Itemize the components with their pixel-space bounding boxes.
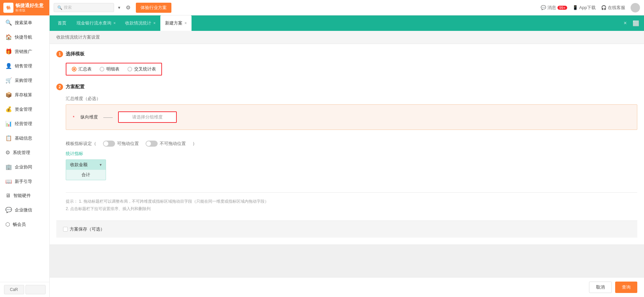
- save-plan-label: 方案保存（可选）: [70, 226, 105, 232]
- section-config: 2 方案配置 汇总维度（必选） * 纵向维度 ——: [56, 84, 637, 212]
- nav-label-sales: 销售管理: [15, 63, 32, 69]
- stat-card-header[interactable]: 收款金额 ▾: [66, 160, 106, 170]
- nav-label-search: 搜索菜单: [15, 20, 32, 26]
- support-icon: 🎧: [601, 5, 606, 10]
- sidebar-item-operations[interactable]: 📊经营管理: [0, 116, 49, 131]
- nav-label-inventory: 库存核算: [15, 92, 32, 98]
- window-maximize-btn[interactable]: ⬜: [632, 19, 640, 27]
- radio-cross-btn[interactable]: [127, 67, 132, 71]
- radio-detail-label: 明细表: [106, 66, 119, 72]
- tab-cashflow[interactable]: 现金银行流水查询 ×: [72, 15, 120, 31]
- section-template: 1 选择模板 汇总表 明细表: [56, 51, 637, 76]
- sidebar-item-wechat[interactable]: 💬企业微信: [0, 203, 49, 217]
- nav-label-member: 畅会员: [13, 221, 26, 228]
- logo-sub: 标准版: [15, 8, 44, 13]
- nav-label-operations: 经营管理: [15, 121, 32, 127]
- support-action[interactable]: 🎧 在线客服: [601, 5, 625, 11]
- download-action[interactable]: 📱 App下载: [573, 5, 596, 11]
- tab-new-plan-label: 新建方案: [165, 20, 182, 26]
- non-draggable-switch[interactable]: [146, 141, 158, 147]
- nav-label-wechat: 企业微信: [15, 207, 32, 213]
- stat-card-header-label: 收款金额: [70, 162, 88, 168]
- template-selector: 汇总表 明细表 交叉统计表: [66, 63, 162, 76]
- section2-header: 2 方案配置: [56, 84, 637, 90]
- tab-new-plan[interactable]: 新建方案 ×: [160, 15, 192, 31]
- dimension-selector[interactable]: 请选择分组维度: [118, 111, 177, 123]
- stat-group-label: 统计指标: [66, 151, 637, 157]
- query-button[interactable]: 查询: [615, 282, 637, 293]
- tab-cashflow-close[interactable]: ×: [113, 21, 116, 26]
- tab-new-plan-close[interactable]: ×: [184, 21, 187, 26]
- nav-icon-basic-info: 📋: [5, 135, 12, 141]
- sidebar-item-basic-info[interactable]: 📋基础信息: [0, 131, 49, 145]
- action-bar: 取消 查询: [50, 277, 644, 297]
- radio-summary-label: 汇总表: [78, 66, 92, 72]
- indicators-header: 模板指标设定（ 可拖动位置 不可拖动位置 ）: [66, 141, 637, 147]
- nav-icon-smart-hw: 🖥: [5, 193, 11, 199]
- topbar-dropdown-icon[interactable]: ▾: [118, 5, 120, 10]
- nav-icon-beginner: 📖: [5, 178, 12, 185]
- sidebar-item-enterprise[interactable]: 🏢企业协同: [0, 160, 49, 174]
- nav-label-finance: 资金管理: [15, 106, 32, 112]
- tabbar: 首页 现金银行流水查询 × 收款情况统计 × 新建方案 × × ⬜: [50, 15, 644, 31]
- sidebar-item-beginner[interactable]: 📖新手引导: [0, 174, 49, 189]
- tab-home[interactable]: 首页: [52, 20, 72, 26]
- nav-icon-sales: 👤: [5, 63, 12, 69]
- cancel-button[interactable]: 取消: [589, 282, 612, 293]
- nav-label-purchase: 采购管理: [15, 78, 32, 84]
- radio-cross[interactable]: 交叉统计表: [127, 66, 156, 72]
- sidebar-item-finance[interactable]: 💰资金管理: [0, 102, 49, 116]
- sidebar-item-search[interactable]: 🔍搜索菜单: [0, 15, 49, 30]
- breadcrumb: 收款情况统计方案设置: [56, 35, 100, 40]
- page-body: 1 选择模板 汇总表 明细表: [50, 44, 644, 244]
- tab-cashflow-label: 现金银行流水查询: [76, 20, 111, 26]
- message-action[interactable]: 💬 消息 99+: [541, 5, 567, 11]
- sidebar-item-smart-hw[interactable]: 🖥智能硬件: [0, 189, 49, 203]
- sidebar-item-system[interactable]: ⚙系统管理: [0, 145, 49, 160]
- indicators-label: 模板指标设定（: [66, 141, 96, 147]
- page-header: 收款情况统计方案设置: [50, 31, 644, 44]
- logo-icon: 畅: [3, 3, 13, 13]
- tip-line1: 提示： 1. 拖动标题栏可以调整布局，不可跨维度或指标区域拖动目字段（只能在同一…: [66, 198, 637, 205]
- sidebar-item-purchase[interactable]: 🛒采购管理: [0, 73, 49, 88]
- nav-label-marketing: 营销推广: [15, 49, 32, 55]
- topbar-gear-icon[interactable]: ⚙: [124, 3, 132, 12]
- dimension-placeholder: 请选择分组维度: [132, 114, 163, 119]
- nav-label-basic-info: 基础信息: [15, 135, 32, 141]
- tab-collection[interactable]: 收款情况统计 ×: [120, 15, 160, 31]
- tab-collection-close[interactable]: ×: [153, 21, 156, 26]
- sidebar-bottom-btn2[interactable]: [25, 285, 46, 294]
- sidebar-item-member[interactable]: ⬡畅会员: [0, 217, 49, 232]
- tip-line2: 2. 点击标题栏下拉可设置排序、插入列和删除列: [66, 205, 637, 213]
- nav-label-quick-nav: 快捷导航: [15, 34, 32, 40]
- save-plan-checkbox-label[interactable]: 方案保存（可选）: [63, 226, 105, 232]
- sidebar-logo: 畅 畅捷通好生意 标准版: [0, 0, 49, 15]
- save-plan-checkbox[interactable]: [63, 227, 68, 232]
- radio-detail[interactable]: 明细表: [100, 66, 119, 72]
- sidebar-bottom-btn1[interactable]: CaR: [4, 285, 24, 294]
- sidebar-item-quick-nav[interactable]: 🏠快捷导航: [0, 30, 49, 44]
- tips-section: 提示： 1. 拖动标题栏可以调整布局，不可跨维度或指标区域拖动目字段（只能在同一…: [66, 192, 637, 212]
- sidebar-item-sales[interactable]: 👤销售管理: [0, 59, 49, 73]
- sidebar-nav: 🔍搜索菜单🏠快捷导航🎁营销推广👤销售管理🛒采购管理📦库存核算💰资金管理📊经营管理…: [0, 15, 49, 282]
- draggable-switch[interactable]: [103, 141, 115, 147]
- topbar-search[interactable]: 🔍 搜索: [54, 3, 114, 12]
- radio-summary[interactable]: 汇总表: [72, 66, 92, 72]
- industry-btn[interactable]: 体验行业方案: [136, 3, 171, 13]
- tab-collection-label: 收款情况统计: [125, 20, 151, 26]
- download-label: App下载: [579, 5, 596, 11]
- sidebar-item-marketing[interactable]: 🎁营销推广: [0, 44, 49, 59]
- section1-title: 选择模板: [66, 51, 85, 57]
- radio-detail-btn[interactable]: [100, 67, 104, 71]
- user-avatar[interactable]: [631, 3, 640, 12]
- tabbar-actions: × ⬜: [621, 19, 644, 27]
- sidebar-item-inventory[interactable]: 📦库存核算: [0, 88, 49, 102]
- radio-summary-btn[interactable]: [72, 67, 76, 71]
- nav-icon-member: ⬡: [5, 221, 10, 228]
- content-area: 收款情况统计方案设置 1 选择模板 汇总表: [50, 31, 644, 277]
- draggable-toggle[interactable]: 可拖动位置: [103, 141, 139, 147]
- non-draggable-toggle[interactable]: 不可拖动位置: [146, 141, 186, 147]
- dimension-required-mark: *: [73, 115, 74, 120]
- window-close-btn[interactable]: ×: [621, 19, 629, 27]
- stat-card-chevron[interactable]: ▾: [100, 162, 102, 167]
